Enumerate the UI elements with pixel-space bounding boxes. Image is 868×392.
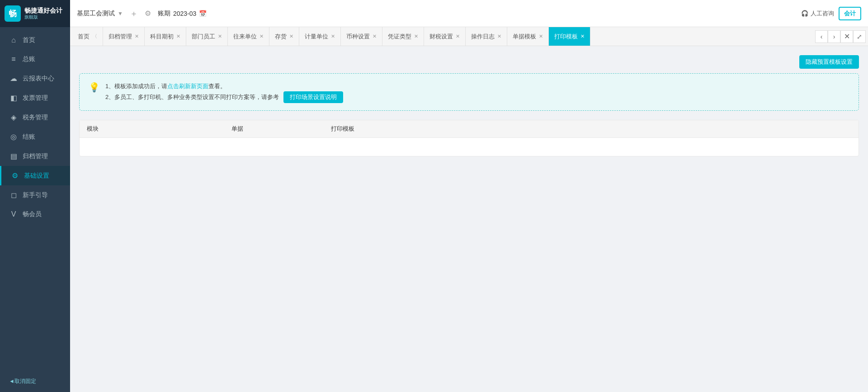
topbar-right: 🎧 人工咨询 会计 xyxy=(801,7,861,20)
tab-department-close[interactable]: ✕ xyxy=(218,33,222,39)
tab-partners[interactable]: 往来单位 ✕ xyxy=(228,27,269,46)
tab-archive-close[interactable]: ✕ xyxy=(135,33,139,39)
tab-currency[interactable]: 币种设置 ✕ xyxy=(341,27,382,46)
table-col-module: 模块 xyxy=(80,120,224,137)
sidebar-item-guide[interactable]: ◻ 新手引导 xyxy=(0,185,70,205)
sidebar-nav: ⌂ 首页 ≡ 总账 ☁ 云报表中心 ◧ 发票管理 ◈ 税务管理 ◎ 结账 ▤ 归… xyxy=(0,27,70,371)
company-settings-icon[interactable]: ⚙ xyxy=(145,9,151,18)
company-name[interactable]: 基层工会测试 ▼ xyxy=(77,9,123,18)
calendar-icon: 📅 xyxy=(199,10,207,17)
topbar: 基层工会测试 ▼ ＋ ⚙ 账期 2023-03 📅 🎧 人工咨询 会计 xyxy=(70,0,868,27)
settings-icon: ⚙ xyxy=(10,171,19,180)
closing-icon: ◎ xyxy=(9,132,18,141)
sidebar-item-tax[interactable]: ◈ 税务管理 xyxy=(0,108,70,127)
logo-text: 畅捷通好会计 旗舰版 xyxy=(24,7,62,21)
info-banner: 💡 1、模板添加成功后，请点击刷新新页面查看。 2、多员工、多打印机、多种业务类… xyxy=(79,73,859,111)
tabbar: 首页 〈 归档管理 ✕ 科目期初 ✕ 部门员工 ✕ 往来单位 ✕ 存货 ✕ 计量… xyxy=(70,27,868,46)
tab-single-template-close[interactable]: ✕ xyxy=(539,33,543,39)
tab-partners-close[interactable]: ✕ xyxy=(259,33,264,39)
company-dropdown-icon: ▼ xyxy=(118,10,123,17)
add-company-button[interactable]: ＋ xyxy=(127,8,140,19)
main-area: 基层工会测试 ▼ ＋ ⚙ 账期 2023-03 📅 🎧 人工咨询 会计 首页 〈… xyxy=(70,0,868,392)
tax-icon: ◈ xyxy=(9,113,18,122)
sidebar-item-closing[interactable]: ◎ 结账 xyxy=(0,127,70,146)
info-line2: 2、多员工、多打印机、多种业务类型设置不同打印方案等，请参考 打印场景设置说明 xyxy=(105,91,343,103)
info-line1: 1、模板添加成功后，请点击刷新新页面查看。 xyxy=(105,81,343,91)
sidebar-logo: 畅 畅捷通好会计 旗舰版 xyxy=(0,0,70,27)
refresh-link[interactable]: 点击刷新新页面 xyxy=(167,83,208,90)
tab-expand[interactable]: ⤢ xyxy=(853,30,866,43)
tab-scroll-left[interactable]: ‹ xyxy=(815,30,828,43)
tab-close-all[interactable]: ✕ xyxy=(840,30,853,43)
sidebar-item-ledger[interactable]: ≡ 总账 xyxy=(0,50,70,69)
table-body xyxy=(80,138,859,156)
tab-subjects-close[interactable]: ✕ xyxy=(176,33,180,39)
table-col-voucher: 单据 xyxy=(224,120,324,137)
tab-scroll-right[interactable]: › xyxy=(828,30,840,43)
member-icon: V xyxy=(9,210,18,218)
tab-units[interactable]: 计量单位 ✕ xyxy=(299,27,341,46)
tab-inventory[interactable]: 存货 ✕ xyxy=(269,27,299,46)
tab-operation-log[interactable]: 操作日志 ✕ xyxy=(466,27,507,46)
reports-icon: ☁ xyxy=(9,74,18,83)
table-col-template: 打印模板 xyxy=(324,120,859,137)
home-icon: ⌂ xyxy=(9,36,18,44)
table-header: 模块 单据 打印模板 xyxy=(80,120,859,138)
print-scene-button[interactable]: 打印场景设置说明 xyxy=(283,91,343,103)
sidebar: 畅 畅捷通好会计 旗舰版 ⌂ 首页 ≡ 总账 ☁ 云报表中心 ◧ 发票管理 ◈ … xyxy=(0,0,70,392)
sidebar-unpin[interactable]: ◄取消固定 xyxy=(0,371,70,392)
sidebar-item-archive[interactable]: ▤ 归档管理 xyxy=(0,146,70,166)
sidebar-item-invoice[interactable]: ◧ 发票管理 xyxy=(0,88,70,108)
tab-inventory-close[interactable]: ✕ xyxy=(289,33,293,39)
tab-home-nav[interactable]: 〈 xyxy=(92,33,97,40)
lightbulb-icon: 💡 xyxy=(89,82,100,93)
tabbar-controls: ‹ › ✕ ⤢ xyxy=(815,30,866,43)
tab-single-template[interactable]: 单据模板 ✕ xyxy=(507,27,549,46)
tab-units-close[interactable]: ✕ xyxy=(331,33,335,39)
sidebar-item-reports[interactable]: ☁ 云报表中心 xyxy=(0,69,70,88)
archive-icon: ▤ xyxy=(9,152,18,161)
sidebar-item-home[interactable]: ⌂ 首页 xyxy=(0,31,70,50)
tab-voucher-type-close[interactable]: ✕ xyxy=(414,33,418,39)
tab-tax-settings-close[interactable]: ✕ xyxy=(456,33,460,39)
hide-settings-button[interactable]: 隐藏预置模板设置 xyxy=(799,55,859,69)
invoice-icon: ◧ xyxy=(9,94,18,102)
content-area: 隐藏预置模板设置 💡 1、模板添加成功后，请点击刷新新页面查看。 2、多员工、多… xyxy=(70,46,868,392)
help-icon: 🎧 xyxy=(801,10,808,17)
sidebar-item-member[interactable]: V 畅会员 xyxy=(0,205,70,224)
guide-icon: ◻ xyxy=(9,191,18,199)
tab-voucher-type[interactable]: 凭证类型 ✕ xyxy=(382,27,424,46)
tab-print-template-close[interactable]: ✕ xyxy=(580,33,585,39)
tab-subjects[interactable]: 科目期初 ✕ xyxy=(145,27,186,46)
tab-home[interactable]: 首页 〈 xyxy=(72,27,103,46)
period-selector[interactable]: 账期 2023-03 📅 xyxy=(158,9,207,18)
tab-archive[interactable]: 归档管理 ✕ xyxy=(103,27,145,46)
tab-currency-close[interactable]: ✕ xyxy=(373,33,377,39)
tab-operation-log-close[interactable]: ✕ xyxy=(497,33,501,39)
ledger-icon: ≡ xyxy=(9,55,18,63)
tab-print-template[interactable]: 打印模板 ✕ xyxy=(549,27,590,46)
logo-icon: 畅 xyxy=(5,5,21,22)
tab-department[interactable]: 部门员工 ✕ xyxy=(186,27,228,46)
help-button[interactable]: 🎧 人工咨询 xyxy=(801,9,834,18)
content-topright: 隐藏预置模板设置 xyxy=(79,55,859,69)
print-template-table: 模块 单据 打印模板 xyxy=(79,120,859,156)
sidebar-item-settings[interactable]: ⚙ 基础设置 xyxy=(0,166,70,185)
tab-tax-settings[interactable]: 财税设置 ✕ xyxy=(424,27,466,46)
kuaiji-button[interactable]: 会计 xyxy=(839,7,861,20)
info-text-block: 1、模板添加成功后，请点击刷新新页面查看。 2、多员工、多打印机、多种业务类型设… xyxy=(105,81,343,103)
